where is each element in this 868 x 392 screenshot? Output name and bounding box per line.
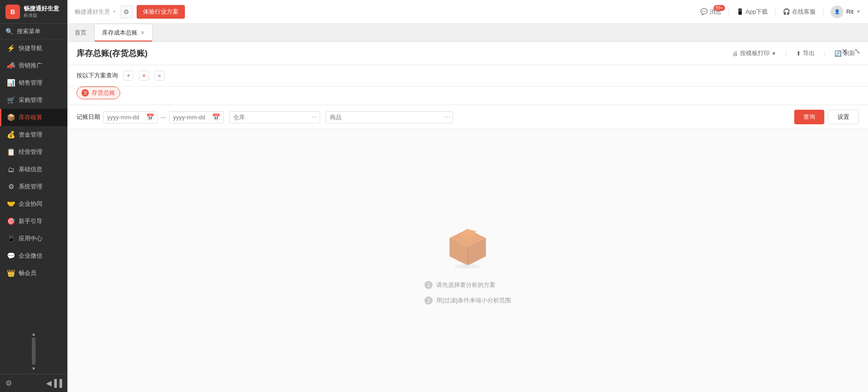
avatar: 👤 (831, 5, 843, 18)
newbie-icon: 🎯 (7, 217, 15, 225)
finance-icon: 💰 (7, 131, 15, 139)
sidebar-scrollbar: ▲ ▼ (0, 328, 67, 374)
topbar-divider-3 (823, 7, 823, 16)
svg-point-7 (454, 264, 481, 269)
user-area[interactable]: 👤 Rit ▼ (831, 5, 861, 18)
sidebar-footer: ⚙ ◀▐▐ (0, 374, 67, 392)
quick-nav-icon: ⚡ (7, 44, 15, 52)
tip-item-2: 2 用[过滤]条件来缩小分析范围 (424, 295, 511, 306)
main-area: 畅捷通好生意 ▼ ⚙ 体验行业方案 💬 消息 99+ 📱 App下载 🎧 在 (67, 0, 868, 392)
scroll-down-btn[interactable]: ▼ (30, 365, 37, 372)
logo-area: B 畅捷通好生意 标准版 (0, 0, 67, 24)
tip-num-2: 2 (424, 296, 433, 305)
goods-wrapper: ··· (326, 111, 453, 123)
enterprise-icon: 🤝 (7, 200, 15, 208)
search-icon: 🔍 (5, 28, 13, 35)
sidebar-item-system[interactable]: ⚙ 系统管理 (0, 178, 67, 195)
app-center-icon: 📱 (7, 234, 15, 243)
settings-footer-icon[interactable]: ⚙ (5, 379, 12, 387)
system-icon: ⚙ (7, 183, 15, 191)
close-panel-btn[interactable]: ✕ (839, 46, 850, 56)
app-download-btn[interactable]: 📱 App下载 (736, 8, 768, 16)
tabs-bar: 首页 库存成本总账 ✕ (67, 24, 868, 42)
settings-button[interactable]: 设置 (828, 110, 859, 124)
sidebar-item-enterprise[interactable]: 🤝 企业协同 (0, 195, 67, 213)
page-header: 库存总账(存货总账) 🖨 按模板打印 ▼ | ⬆ 导出 | 🔄 刷新 (67, 42, 868, 65)
user-dropdown-icon: ▼ (856, 9, 861, 14)
filter-area: 按以下方案查询 ＋ × « (67, 65, 868, 87)
date-start-input[interactable] (103, 111, 158, 123)
filter-collapse-btn[interactable]: « (154, 71, 164, 81)
filter-add-btn[interactable]: ＋ (123, 71, 133, 81)
sidebar-item-sales[interactable]: 📊 销售管理 (0, 74, 67, 92)
breadcrumb: 畅捷通好生意 ▼ (75, 8, 117, 16)
online-support-btn[interactable]: 🎧 在线客服 (783, 8, 816, 16)
member-icon: 👑 (7, 269, 15, 277)
breadcrumb-text: 畅捷通好生意 (75, 8, 110, 16)
export-btn[interactable]: ⬆ 导出 (792, 47, 818, 59)
filter-close-btn[interactable]: × (139, 71, 149, 81)
date-separator: — (160, 114, 166, 121)
scheme-section: 货 存货总账 (67, 87, 868, 105)
message-badge: 99+ (714, 5, 725, 11)
sidebar-item-app-center[interactable]: 📱 应用中心 (0, 230, 67, 247)
sidebar-item-corp-wechat[interactable]: 💬 企业微信 (0, 247, 67, 265)
tab-home[interactable]: 首页 (67, 24, 94, 41)
empty-state: 1 请先选择要分析的方案 2 用[过滤]条件来缩小分析范围 (67, 129, 868, 392)
message-icon: 💬 (700, 8, 708, 15)
sidebar-item-purchase[interactable]: 🛒 采购管理 (0, 92, 67, 109)
expand-panel-btn[interactable]: ⤡ (852, 46, 863, 56)
industry-btn[interactable]: 体验行业方案 (137, 5, 185, 19)
tip-num-1: 1 (424, 281, 433, 289)
sidebar-item-newbie[interactable]: 🎯 新手引导 (0, 213, 67, 230)
user-name: Rit (846, 8, 853, 15)
logo-text: 畅捷通好生意 标准版 (24, 5, 59, 19)
corp-wechat-icon: 💬 (7, 252, 15, 260)
scroll-up-btn[interactable]: ▲ (30, 330, 37, 337)
sidebar-item-operations[interactable]: 📋 经营管理 (0, 143, 67, 161)
tab-close-btn[interactable]: ✕ (140, 30, 145, 36)
scheme-item-icon: 货 (82, 89, 89, 97)
search-menu[interactable]: 🔍 搜索菜单 (0, 24, 67, 40)
date-end-input[interactable] (169, 111, 224, 123)
scheme-item-inventory-ledger[interactable]: 货 存货总账 (77, 87, 120, 99)
header-sep-2: | (824, 50, 825, 57)
message-btn[interactable]: 💬 消息 99+ (700, 8, 721, 16)
empty-tips: 1 请先选择要分析的方案 2 用[过滤]条件来缩小分析范围 (424, 279, 511, 306)
filter-row: 记账日期 📅 — 📅 ··· ··· 查询 (67, 105, 868, 129)
page-title: 库存总账(存货总账) (77, 48, 148, 59)
sidebar-item-inventory[interactable]: 📦 库存核算 (0, 109, 67, 126)
topbar-settings-button[interactable]: ⚙ (120, 5, 133, 18)
print-dropdown-icon: ▼ (771, 51, 776, 56)
sidebar-item-finance[interactable]: 💰 资金管理 (0, 126, 67, 143)
inventory-icon: 📦 (7, 113, 15, 122)
operations-icon: 📋 (7, 148, 15, 156)
topbar-left: 畅捷通好生意 ▼ ⚙ 体验行业方案 (75, 5, 185, 19)
topbar-divider-2 (775, 7, 776, 16)
sidebar-item-quick-nav[interactable]: ⚡ 快捷导航 (0, 40, 67, 57)
sidebar-item-member[interactable]: 👑 畅会员 (0, 265, 67, 282)
warehouse-input[interactable] (229, 111, 320, 123)
sidebar-nav: ⚡ 快捷导航 📣 营销推广 📊 销售管理 🛒 采购管理 📦 库存核算 💰 资金管… (0, 40, 67, 328)
right-panel-controls: ✕ ⤡ (833, 42, 868, 60)
date-field-label: 记账日期 (77, 113, 100, 121)
goods-input[interactable] (326, 111, 453, 123)
logo-icon: B (5, 5, 20, 19)
content-area: 库存总账(存货总账) 🖨 按模板打印 ▼ | ⬆ 导出 | 🔄 刷新 (67, 42, 868, 392)
print-template-btn[interactable]: 🖨 按模板打印 ▼ (729, 47, 780, 59)
filter-label: 按以下方案查询 (77, 71, 118, 80)
date-filter-field: 记账日期 📅 — 📅 (77, 111, 224, 123)
tip-item-1: 1 请先选择要分析的方案 (424, 279, 511, 291)
svg-point-5 (473, 240, 476, 244)
search-button[interactable]: 查询 (794, 110, 824, 124)
scroll-track[interactable] (32, 337, 36, 365)
warehouse-wrapper: ··· (229, 111, 320, 123)
sound-footer-icon[interactable]: ◀▐▐ (46, 379, 62, 387)
empty-illustration (440, 215, 495, 270)
sidebar-item-basic[interactable]: 🗂 基础信息 (0, 161, 67, 178)
sidebar-item-marketing[interactable]: 📣 营销推广 (0, 57, 67, 74)
topbar: 畅捷通好生意 ▼ ⚙ 体验行业方案 💬 消息 99+ 📱 App下载 🎧 在 (67, 0, 868, 24)
purchase-icon: 🛒 (7, 96, 15, 104)
tab-inventory-ledger[interactable]: 库存成本总账 ✕ (94, 24, 153, 41)
date-start-wrapper: 📅 (103, 111, 158, 123)
